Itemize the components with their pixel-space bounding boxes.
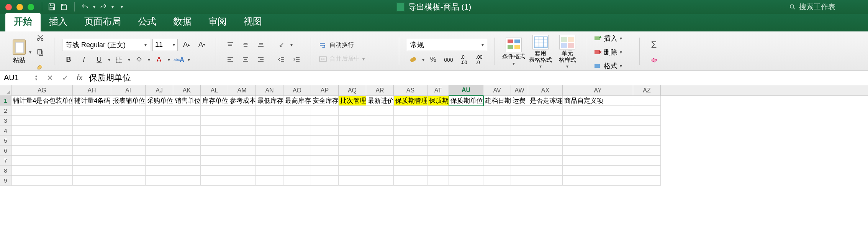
cell-AT4[interactable]: [427, 126, 449, 136]
tab-页面布局[interactable]: 页面布局: [76, 13, 129, 31]
format-cells-button[interactable]: 格式▾: [594, 61, 632, 71]
cell-AH9[interactable]: [73, 176, 111, 186]
row-header-6[interactable]: 6: [0, 146, 11, 156]
column-header-AL[interactable]: AL: [201, 85, 228, 95]
cell-AS3[interactable]: [394, 116, 427, 126]
cell-AM9[interactable]: [228, 176, 256, 186]
cell-AQ4[interactable]: [339, 126, 366, 136]
underline-dropdown-icon[interactable]: ▾: [108, 57, 110, 63]
cell-AL5[interactable]: [201, 136, 228, 146]
currency-dropdown-icon[interactable]: ▾: [422, 57, 424, 63]
fill-color-dropdown-icon[interactable]: ▾: [148, 57, 150, 63]
cell-AJ9[interactable]: [146, 176, 173, 186]
cell-AI2[interactable]: [111, 106, 146, 116]
cell-AG8[interactable]: [11, 166, 73, 176]
cell-AU7[interactable]: [449, 156, 483, 166]
orientation-dropdown-icon[interactable]: ▾: [290, 42, 293, 48]
column-header-AX[interactable]: AX: [528, 85, 563, 95]
cell-AJ6[interactable]: [146, 146, 173, 156]
search-icon[interactable]: [789, 3, 796, 10]
cell-AH4[interactable]: [73, 126, 111, 136]
increase-indent-button[interactable]: [290, 54, 303, 65]
cell-AZ8[interactable]: [633, 166, 661, 176]
cell-AN1[interactable]: 最低库存: [256, 96, 283, 106]
column-header-AU[interactable]: AU: [449, 85, 483, 95]
align-middle-button[interactable]: [239, 39, 252, 51]
cell-AL1[interactable]: 库存单位: [201, 96, 228, 106]
cell-AQ9[interactable]: [339, 176, 366, 186]
cell-AS4[interactable]: [394, 126, 427, 136]
cell-AQ7[interactable]: [339, 156, 366, 166]
cell-AP3[interactable]: [311, 116, 339, 126]
cell-AI6[interactable]: [111, 146, 146, 156]
cell-AU5[interactable]: [449, 136, 483, 146]
number-format-select[interactable]: 常规▾: [407, 39, 487, 51]
underline-button[interactable]: U: [93, 54, 106, 66]
cell-AY5[interactable]: [563, 136, 633, 146]
cell-AS9[interactable]: [394, 176, 427, 186]
cell-AK3[interactable]: [173, 116, 201, 126]
cell-AX7[interactable]: [528, 156, 563, 166]
cell-AR2[interactable]: [366, 106, 394, 116]
cell-AK7[interactable]: [173, 156, 201, 166]
cell-AL3[interactable]: [201, 116, 228, 126]
cell-AI5[interactable]: [111, 136, 146, 146]
cell-AN6[interactable]: [256, 146, 283, 156]
redo-dropdown-icon[interactable]: ▾: [111, 4, 114, 10]
qat-customize-icon[interactable]: ▾: [121, 4, 123, 10]
cell-AH2[interactable]: [73, 106, 111, 116]
border-button[interactable]: [113, 54, 126, 66]
cell-AY2[interactable]: [563, 106, 633, 116]
cell-AK6[interactable]: [173, 146, 201, 156]
close-window-button[interactable]: [5, 4, 12, 10]
column-header-AM[interactable]: AM: [228, 85, 256, 95]
increase-font-button[interactable]: A▴: [180, 39, 193, 51]
cell-AH7[interactable]: [73, 156, 111, 166]
cell-AO7[interactable]: [283, 156, 311, 166]
cell-AO5[interactable]: [283, 136, 311, 146]
cell-AU4[interactable]: [449, 126, 483, 136]
cell-AW4[interactable]: [511, 126, 528, 136]
cell-AU2[interactable]: [449, 106, 483, 116]
row-header-4[interactable]: 4: [0, 126, 11, 136]
cell-AQ2[interactable]: [339, 106, 366, 116]
paste-button[interactable]: 粘贴: [9, 37, 29, 67]
cell-AP5[interactable]: [311, 136, 339, 146]
cell-AY4[interactable]: [563, 126, 633, 136]
cell-AX2[interactable]: [528, 106, 563, 116]
cell-AP2[interactable]: [311, 106, 339, 116]
align-center-button[interactable]: [239, 54, 252, 65]
cell-AU1[interactable]: 保质期单位: [449, 96, 483, 106]
cell-AW9[interactable]: [511, 176, 528, 186]
cell-AJ5[interactable]: [146, 136, 173, 146]
phonetic-button[interactable]: abcA: [172, 54, 185, 66]
cell-AX1[interactable]: 是否走冻链: [528, 96, 563, 106]
cell-AV9[interactable]: [483, 176, 511, 186]
align-right-button[interactable]: [254, 54, 267, 65]
cell-AH6[interactable]: [73, 146, 111, 156]
cell-AV6[interactable]: [483, 146, 511, 156]
cell-AU6[interactable]: [449, 146, 483, 156]
cell-AO1[interactable]: 最高库存: [283, 96, 311, 106]
cell-AT5[interactable]: [427, 136, 449, 146]
percent-button[interactable]: %: [427, 54, 440, 66]
cell-AT6[interactable]: [427, 146, 449, 156]
cell-AL9[interactable]: [201, 176, 228, 186]
cell-AS6[interactable]: [394, 146, 427, 156]
column-header-AH[interactable]: AH: [73, 85, 111, 95]
tab-公式[interactable]: 公式: [129, 13, 165, 31]
cell-AM7[interactable]: [228, 156, 256, 166]
insert-cells-button[interactable]: 插入▾: [594, 33, 632, 44]
cell-AW3[interactable]: [511, 116, 528, 126]
select-all-corner[interactable]: [0, 85, 11, 95]
cell-AK1[interactable]: 销售单位: [173, 96, 201, 106]
fx-icon[interactable]: fx: [73, 73, 87, 82]
align-left-button[interactable]: [224, 54, 237, 65]
cell-AH1[interactable]: 辅计量4条码: [73, 96, 111, 106]
cell-AV4[interactable]: [483, 126, 511, 136]
row-header-8[interactable]: 8: [0, 166, 11, 176]
cell-AI4[interactable]: [111, 126, 146, 136]
column-header-AI[interactable]: AI: [111, 85, 146, 95]
cell-AR5[interactable]: [366, 136, 394, 146]
autosum-button[interactable]: Σ: [647, 39, 660, 51]
